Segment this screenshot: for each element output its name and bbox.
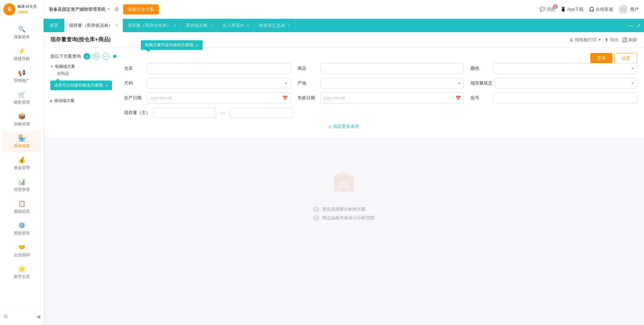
product-select[interactable]: ... ··· xyxy=(320,63,464,74)
sidebar-item-guide[interactable]: 🌟 新手引导 xyxy=(2,262,42,283)
sidebar-item-operations[interactable]: 📊 经营管理 xyxy=(2,175,42,196)
svg-point-5 xyxy=(345,183,347,185)
warehouse-select[interactable]: ... ··· xyxy=(147,63,291,74)
size-dropdown-icon: ▼ xyxy=(284,82,288,85)
stock-status-label: 现存量状态 xyxy=(471,80,492,86)
search-button[interactable]: 查询 xyxy=(590,53,612,64)
user-menu-btn[interactable]: Ea 用户 xyxy=(619,5,639,14)
system-title-select[interactable]: 装备及固定资产辅助管理系统 ▼ xyxy=(49,6,110,12)
origin-select[interactable]: ▼ xyxy=(320,78,464,89)
tab-close-in-out-flow[interactable]: × xyxy=(247,23,249,28)
color-label: 颜色 xyxy=(471,65,491,71)
empty-state: ① 请先选择要分析的方案 ② 用过滤条件来缩小分析范围 xyxy=(44,138,644,249)
expire-date-calendar-icon[interactable]: 📅 xyxy=(455,96,461,101)
prod-date-calendar-icon[interactable]: 📅 xyxy=(282,96,288,101)
tooltip1-close-btn[interactable]: × xyxy=(196,43,199,48)
tooltip2-close-btn[interactable]: × xyxy=(105,83,108,88)
sidebar-item-basic[interactable]: 📋 基础信息 xyxy=(2,197,42,218)
collapse-up-icon: ∧ xyxy=(328,124,332,129)
tooltip-scheme-popup: 电脑方案可设为移动方案哦 × xyxy=(141,40,203,50)
app-download-btn[interactable]: 📱 App下载 xyxy=(560,6,584,12)
reset-button[interactable]: 设置 xyxy=(614,53,637,64)
sidebar-item-inventory[interactable]: 🏪 库存核算 xyxy=(2,131,42,152)
batch-label: 批号 xyxy=(471,95,491,101)
tab-close-batch-ledger[interactable]: × xyxy=(210,23,213,28)
sidebar-item-system[interactable]: ⚙️ 系统管理 xyxy=(2,218,42,239)
sidebar-item-purchase[interactable]: 📦 采购管理 xyxy=(2,109,42,130)
tooltip-edit-popup: 这里可以创建和修改方案哦 × xyxy=(50,80,112,90)
size-select[interactable]: ▼ xyxy=(147,78,291,89)
tab-home[interactable]: 首页 xyxy=(44,19,64,32)
sidebar-item-marketing[interactable]: 📢 营销推广 xyxy=(2,66,42,87)
tab-in-out-flow[interactable]: 出入库流水 × xyxy=(218,19,254,32)
prod-date-label: 生产日期 xyxy=(124,95,144,101)
filter-item-color: 颜色 ▼ xyxy=(471,63,637,74)
quick-icon: ⚡ xyxy=(18,47,25,55)
tab-maximize-btn[interactable]: ⤢ xyxy=(636,22,641,29)
online-service-btn[interactable]: 🎧 在线客服 xyxy=(589,6,613,12)
tab-batch-ledger[interactable]: 库存批次账 × xyxy=(181,19,218,32)
scheme-pc-node[interactable]: ▼ 电脑端方案 xyxy=(50,63,119,70)
filter-add-btn[interactable]: + xyxy=(84,53,90,60)
filter-back-btn[interactable]: ← xyxy=(102,53,109,60)
filter-item-prod-date: 生产日期 yyyy-mm-dd 📅 xyxy=(124,93,291,103)
scheme-pc-child1-label: 按照品 xyxy=(57,71,69,76)
size-label: 尺码 xyxy=(124,80,144,86)
refresh-btn[interactable]: 🔄 刷新 xyxy=(622,37,637,43)
batch-input[interactable] xyxy=(493,93,637,103)
stock-status-select[interactable]: ▼ xyxy=(495,78,637,89)
sidebar-item-finance[interactable]: 💰 资金管理 xyxy=(2,153,42,174)
prod-date-input[interactable]: yyyy-mm-dd 📅 xyxy=(147,93,291,103)
expire-date-input[interactable]: yyyy-mm-dd 📅 xyxy=(320,93,464,103)
sidebar-item-enterprise[interactable]: 🤝 企业协同 xyxy=(2,240,42,261)
tab-minimize-btn[interactable]: — xyxy=(628,22,633,29)
tab-close-inventory-dist[interactable]: × xyxy=(174,23,176,28)
header-left: 装备及固定资产辅助管理系统 ▼ ⚙ 体验行业方案 xyxy=(49,4,159,14)
tab-close-recv-summary[interactable]: × xyxy=(288,23,290,28)
filter-item-expire-date: 失效日期 yyyy-mm-dd 📅 xyxy=(298,93,464,103)
tab-inventory-dist[interactable]: 现存量（库存分布表） × xyxy=(123,19,181,32)
stock-main-label: 现存量（主） xyxy=(124,110,150,116)
color-select[interactable]: ▼ xyxy=(493,63,637,74)
print-btn[interactable]: 🖨 按模板打印 ▼ xyxy=(569,37,601,43)
page-header: 现存量查询(按仓库+商品) 🖨 按模板打印 ▼ ⬆ 导出 🔄 刷新 xyxy=(44,32,644,48)
header-right: 💬 消息 6 📱 App下载 🎧 在线客服 Ea 用户 xyxy=(540,5,639,14)
basic-icon: 📋 xyxy=(18,200,25,207)
tab-recv-summary[interactable]: 收发存汇总表 × xyxy=(254,19,295,32)
message-btn[interactable]: 💬 消息 6 xyxy=(540,6,555,12)
export-icon: ⬆ xyxy=(605,37,608,42)
stock-status-dropdown-icon: ▼ xyxy=(631,82,634,85)
scheme-pc-child1[interactable]: 按照品 xyxy=(57,70,119,77)
stock-main-input-from[interactable] xyxy=(153,107,216,118)
scheme-mobile-node[interactable]: ▶ 移动端方案 xyxy=(50,97,119,104)
logo-icon: 6 xyxy=(3,3,15,15)
filter-refresh-btn[interactable]: ↻ xyxy=(93,53,100,60)
collapse-more-btn[interactable]: ∧ 收起更多条件 xyxy=(50,121,637,132)
stock-main-input-to[interactable] xyxy=(230,107,293,118)
settings-bottom-btn[interactable]: ⚙ xyxy=(2,312,9,321)
search-icon: 🔍 xyxy=(18,25,25,33)
tab-close-inventory-status[interactable]: × xyxy=(115,23,118,28)
tabs-bar: 首页 现存量（库存状况表） × 现存量（库存分布表） × 库存批次账 × 出入库… xyxy=(44,19,644,32)
sidebar-item-sales[interactable]: 🛒 销售管理 xyxy=(2,88,42,109)
tab-inventory-status[interactable]: 现存量（库存状况表） × xyxy=(64,19,123,32)
page-actions: 🖨 按模板打印 ▼ ⬆ 导出 🔄 刷新 xyxy=(569,37,637,43)
inventory-icon: 🏪 xyxy=(18,134,25,142)
step-num-2: ② xyxy=(313,215,319,221)
phone-icon: 📱 xyxy=(560,7,566,12)
solution-btn[interactable]: 体验行业方案 xyxy=(123,4,159,14)
svg-point-4 xyxy=(340,183,342,185)
origin-label: 产地 xyxy=(298,80,318,86)
sidebar-item-quick[interactable]: ⚡ 快捷导航 xyxy=(2,44,42,65)
print-icon: 🖨 xyxy=(569,37,574,42)
export-btn[interactable]: ⬆ 导出 xyxy=(605,37,619,43)
filter-fields: 仓库 ... ··· 商品 ... ··· xyxy=(124,63,637,121)
empty-step-2: ② 用过滤条件来缩小分析范围 xyxy=(313,214,374,222)
sales-icon: 🛒 xyxy=(18,91,25,98)
collapse-sidebar-btn[interactable]: ◀ xyxy=(35,312,42,321)
empty-steps: ① 请先选择要分析的方案 ② 用过滤条件来缩小分析范围 xyxy=(313,205,374,222)
main-content: 现存量查询(按仓库+商品) 🖨 按模板打印 ▼ ⬆ 导出 🔄 刷新 按以下方案查… xyxy=(44,32,644,325)
filter-item-batch: 批号 xyxy=(471,93,637,103)
sidebar-item-search[interactable]: 🔍 搜索菜单 xyxy=(2,22,42,43)
settings-gear-btn[interactable]: ⚙ xyxy=(114,6,119,12)
